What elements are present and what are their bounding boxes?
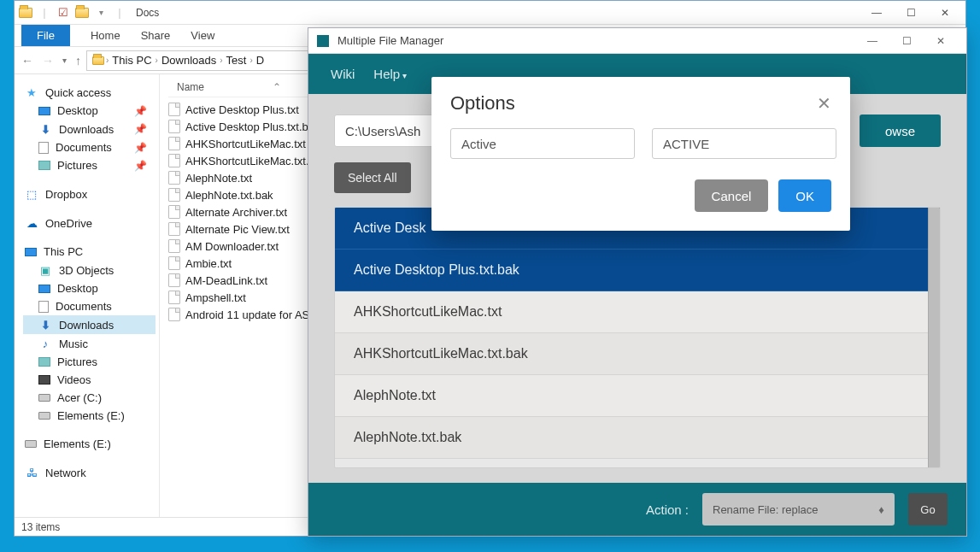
navigation-pane: ★Quick access Desktop📌 ⬇Downloads📌 Docum… — [15, 74, 160, 517]
sidebar-item-label: Downloads — [59, 123, 114, 136]
pin-icon: 📌 — [134, 160, 154, 172]
file-icon — [168, 103, 180, 116]
file-icon — [168, 273, 180, 287]
sidebar-item-videos[interactable]: Videos — [23, 371, 156, 389]
qat-dropdown-icon[interactable]: ▾ — [93, 5, 109, 21]
pin-icon: 📌 — [134, 105, 154, 117]
sidebar-item-downloads-2[interactable]: ⬇Downloads — [23, 315, 156, 334]
select-all-label: Select All — [348, 171, 397, 185]
sidebar-item-dropbox[interactable]: ⬚Dropbox — [23, 185, 156, 203]
sidebar-item-label: Dropbox — [45, 188, 87, 201]
scrollbar[interactable] — [928, 208, 940, 467]
sidebar-item-onedrive[interactable]: ☁OneDrive — [23, 214, 156, 232]
go-button-label: Go — [920, 503, 935, 516]
pin-icon: 📌 — [134, 142, 154, 154]
column-name[interactable]: Name — [168, 81, 204, 93]
sidebar-item-label: Desktop — [57, 282, 98, 295]
sidebar-item-drive-c[interactable]: Acer (C:) — [23, 389, 156, 407]
sidebar-item-network[interactable]: 🖧Network — [23, 463, 156, 482]
nav-back-icon[interactable]: ← — [21, 54, 33, 68]
sidebar-item-label: Downloads — [59, 319, 114, 332]
sidebar-item-label: Music — [59, 338, 88, 350]
go-button[interactable]: Go — [908, 493, 948, 526]
list-item[interactable]: AlephNote.txt — [335, 375, 940, 417]
sidebar-item-3d-objects[interactable]: ▣3D Objects — [23, 261, 156, 279]
minimize-button[interactable]: — — [860, 1, 894, 25]
checkbox-icon[interactable]: ☑ — [56, 5, 71, 21]
sidebar-item-label: OneDrive — [45, 217, 92, 230]
file-selection-list: Active DeskActive Desktop Plus.txt.bakAH… — [334, 207, 941, 468]
crumb-downloads[interactable]: Downloads — [160, 54, 218, 67]
dialog-close-icon[interactable]: ✕ — [817, 93, 831, 114]
menu-wiki[interactable]: Wiki — [331, 67, 355, 81]
app-footer: Action : Rename File: replace ♦ Go — [308, 483, 966, 536]
star-icon: ★ — [25, 85, 38, 99]
downloads-icon: ⬇ — [38, 122, 52, 136]
file-name: Ampshell.txt — [185, 291, 246, 304]
folder-icon-2 — [74, 5, 90, 21]
nav-up-icon[interactable]: ↑ — [75, 54, 81, 68]
sidebar-item-elements[interactable]: Elements (E:) — [23, 435, 156, 453]
close-button[interactable]: ✕ — [924, 28, 958, 54]
maximize-button[interactable]: ☐ — [889, 28, 924, 54]
sort-indicator-icon: ⌃ — [273, 81, 281, 93]
file-name: AHKShortcutLikeMac.txt — [185, 138, 306, 150]
pictures-icon — [38, 357, 50, 367]
nav-forward-icon: → — [42, 54, 54, 68]
browse-button[interactable]: owse — [860, 115, 941, 147]
cancel-button[interactable]: Cancel — [695, 179, 769, 212]
minimize-button[interactable]: — — [855, 28, 889, 54]
tab-view[interactable]: View — [191, 29, 214, 42]
file-name: AHKShortcutLikeMac.txt.ba — [185, 155, 321, 167]
sidebar-item-desktop-2[interactable]: Desktop — [23, 279, 156, 297]
file-icon — [168, 154, 180, 167]
qat-separator-2: | — [112, 5, 127, 21]
downloads-icon: ⬇ — [38, 318, 52, 332]
maximize-button[interactable]: ☐ — [894, 1, 928, 25]
sidebar-item-pictures-2[interactable]: Pictures — [23, 353, 156, 371]
file-name: AlephNote.txt.bak — [185, 189, 273, 202]
documents-icon — [38, 301, 49, 313]
select-all-button[interactable]: Select All — [334, 162, 411, 193]
sidebar-item-quick-access[interactable]: ★Quick access — [23, 83, 156, 102]
crumb-this-pc[interactable]: This PC — [110, 54, 153, 67]
pin-icon: 📌 — [134, 123, 154, 135]
ok-button[interactable]: OK — [778, 179, 831, 212]
sidebar-item-downloads[interactable]: ⬇Downloads📌 — [23, 120, 156, 138]
list-item[interactable]: AHKShortcutLikeMac.txt.bak — [335, 333, 940, 375]
sidebar-item-label: Pictures — [57, 159, 97, 172]
path-input-value: C:\Users\Ash — [345, 124, 420, 138]
action-select[interactable]: Rename File: replace ♦ — [702, 493, 895, 526]
list-item[interactable]: Active Desktop Plus.txt.bak — [335, 250, 940, 291]
sidebar-item-desktop[interactable]: Desktop📌 — [23, 102, 156, 120]
sidebar-item-documents-2[interactable]: Documents — [23, 297, 156, 315]
sidebar-item-documents[interactable]: Documents📌 — [23, 138, 156, 156]
menu-help[interactable]: Help — [373, 67, 407, 81]
close-button[interactable]: ✕ — [928, 1, 962, 25]
nav-recent-icon[interactable]: ▾ — [62, 56, 67, 65]
file-name: Active Desktop Plus.txt.bak — [185, 120, 320, 133]
music-icon: ♪ — [38, 337, 52, 350]
desktop-icon — [38, 107, 50, 115]
action-select-value: Rename File: replace — [713, 503, 819, 516]
sidebar-item-label: Documents — [56, 141, 112, 154]
tab-home[interactable]: Home — [91, 29, 120, 42]
sidebar-item-this-pc[interactable]: This PC — [23, 243, 156, 261]
tab-share[interactable]: Share — [141, 29, 171, 42]
crumb-test[interactable]: Test — [225, 54, 249, 67]
tab-file[interactable]: File — [21, 25, 70, 46]
crumb-d[interactable]: D — [255, 54, 266, 67]
sidebar-item-music[interactable]: ♪Music — [23, 334, 156, 353]
list-item[interactable]: AHKShortcutLikeMac.txt — [335, 291, 940, 333]
sidebar-item-label: Elements (E:) — [44, 437, 111, 450]
list-item[interactable]: AlephNote.txt.bak — [335, 417, 940, 459]
videos-icon — [38, 375, 50, 385]
find-input[interactable] — [450, 128, 635, 159]
window-title: Docs — [136, 7, 159, 19]
sidebar-item-drive-e[interactable]: Elements (E:) — [23, 407, 156, 425]
explorer-titlebar: | ☑ ▾ | Docs — ☐ ✕ — [15, 1, 965, 25]
sidebar-item-pictures[interactable]: Pictures📌 — [23, 156, 156, 174]
file-icon — [168, 308, 180, 321]
file-icon — [168, 291, 180, 304]
replace-input[interactable] — [652, 128, 836, 159]
